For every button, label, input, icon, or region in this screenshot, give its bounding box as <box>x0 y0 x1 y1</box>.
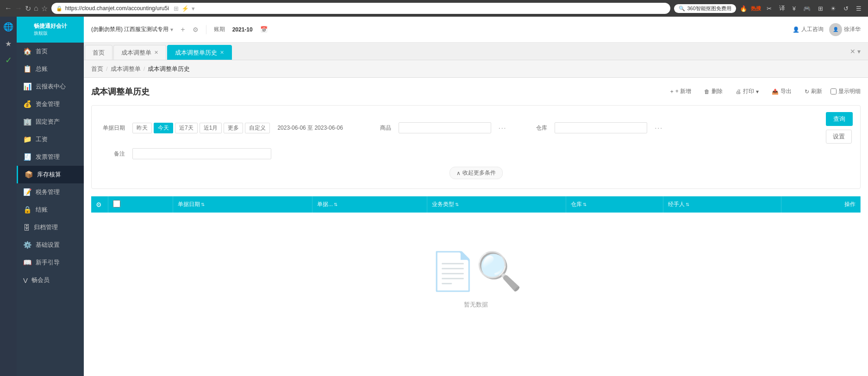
warehouse-dots[interactable]: ··· <box>655 124 663 132</box>
period-label: 账期 <box>214 25 225 33</box>
address-bar[interactable]: 🔒 https://cloud.chanjet.com/accounting/u… <box>51 3 671 14</box>
star-icon[interactable]: ☆ <box>41 4 48 13</box>
reload-icon[interactable]: ↻ <box>25 4 31 13</box>
th-biztype[interactable]: 业务类型 ⇅ <box>427 196 566 213</box>
page-title-bar: 成本调整单历史 + + 新增 🗑 删除 🖨 打印 ▾ <box>91 85 861 98</box>
sidebar-item-总账[interactable]: 📋总账 <box>17 60 84 78</box>
sidebar-icon-8: 📝 <box>23 188 32 196</box>
collapse-btn[interactable]: ∧ 收起更多条件 <box>450 167 503 179</box>
th-doc-label: 单据... <box>317 201 333 208</box>
sidebar-item-新手引导[interactable]: 📖新手引导 <box>17 254 84 271</box>
company-selector[interactable]: (勿删勿禁用) 江西服宝测试专用 ▾ <box>91 25 173 33</box>
home-icon[interactable]: ⌂ <box>34 4 38 13</box>
app-logo: 畅捷通好会计 旗舰版 <box>17 17 84 43</box>
th-doc[interactable]: 单据... ⇅ <box>312 196 427 213</box>
calendar-icon[interactable]: 📅 <box>260 26 268 33</box>
sidebar-item-税务管理[interactable]: 📝税务管理 <box>17 183 84 201</box>
brightness-icon[interactable]: ☀ <box>829 4 838 13</box>
game-icon[interactable]: 🎮 <box>801 4 812 13</box>
forward-icon[interactable]: → <box>15 4 22 13</box>
settings-icon[interactable]: ⚙ <box>193 26 199 33</box>
btn-today[interactable]: 今天 <box>154 123 173 133</box>
btn-custom[interactable]: 自定义 <box>245 123 270 133</box>
undo-icon[interactable]: ↺ <box>842 4 850 13</box>
display-cols-checkbox[interactable] <box>831 88 837 94</box>
sidebar-icon-9: 🔒 <box>23 206 32 214</box>
breadcrumb-home[interactable]: 首页 <box>91 65 103 73</box>
sort-handler-icon: ⇅ <box>686 202 689 207</box>
sidebar-item-归档管理[interactable]: 🗄归档管理 <box>17 219 84 236</box>
sidebar-item-库存核算[interactable]: 📦库存核算 <box>17 166 84 183</box>
btn-more[interactable]: 更多 <box>224 123 243 133</box>
print-btn[interactable]: 🖨 打印 ▾ <box>731 85 763 98</box>
search-label: 360智能抠图免费用 <box>687 5 731 12</box>
warehouse-input[interactable] <box>555 122 647 133</box>
print-dropdown-icon[interactable]: ▾ <box>756 88 759 95</box>
app-grid-icon[interactable]: ⊞ <box>174 5 179 12</box>
th-gear[interactable]: ⚙ <box>91 196 108 213</box>
th-actions: 操作 <box>781 196 860 213</box>
new-btn[interactable]: + + 新增 <box>666 85 696 98</box>
export-btn[interactable]: 📤 导出 <box>767 85 796 98</box>
btn-yesterday[interactable]: 昨天 <box>132 123 152 133</box>
breadcrumb-history: 成本调整单历史 <box>148 65 190 73</box>
icon-bar-item-green[interactable]: ✓ <box>0 52 17 69</box>
tab-成本调整单历史[interactable]: 成本调整单历史✕ <box>167 45 232 60</box>
breadcrumb-cost[interactable]: 成本调整单 <box>111 65 141 73</box>
remark-input[interactable] <box>132 148 271 159</box>
sidebar-label-2: 云报表中心 <box>36 82 66 91</box>
menu-icon[interactable]: ☰ <box>854 4 863 13</box>
product-dots[interactable]: ··· <box>499 124 507 132</box>
icon-bar-item-weibo[interactable]: 🌐 <box>0 19 17 35</box>
back-icon[interactable]: ← <box>5 4 12 13</box>
delete-btn[interactable]: 🗑 删除 <box>699 85 727 98</box>
wallet-icon[interactable]: ¥ <box>791 4 798 13</box>
gear-icon[interactable]: ⚙ <box>96 201 102 208</box>
search-box[interactable]: 🔍 360智能抠图免费用 <box>674 4 736 13</box>
sidebar-item-首页[interactable]: 🏠首页 <box>17 43 84 60</box>
display-cols-checkbox-label[interactable]: 显示明细 <box>831 88 861 95</box>
add-company-btn[interactable]: + <box>181 25 185 34</box>
th-checkbox[interactable] <box>108 196 173 213</box>
sidebar-label-1: 总账 <box>36 65 48 73</box>
btn-7days[interactable]: 近7天 <box>175 123 198 133</box>
sidebar-item-资金管理[interactable]: 💰资金管理 <box>17 95 84 113</box>
sidebar-item-畅会员[interactable]: V畅会员 <box>17 271 84 289</box>
btn-1month[interactable]: 近1月 <box>200 123 222 133</box>
support-btn[interactable]: 👤 人工咨询 <box>793 25 824 33</box>
sidebar-item-发票管理[interactable]: 🧾发票管理 <box>17 148 84 166</box>
tab-close-1[interactable]: ✕ <box>154 50 158 56</box>
browser-nav[interactable]: ← → ↻ ⌂ ☆ <box>5 4 48 13</box>
apps-icon[interactable]: ⊞ <box>816 4 825 13</box>
icon-bar-item-bookmark[interactable]: ★ <box>0 35 17 52</box>
product-input[interactable] <box>399 122 491 133</box>
sidebar-item-基础设置[interactable]: ⚙️基础设置 <box>17 236 84 254</box>
sidebar-item-固定资产[interactable]: 🏢固定资产 <box>17 113 84 131</box>
tab-close-2[interactable]: ✕ <box>220 50 224 56</box>
th-handler[interactable]: 经手人 ⇅ <box>663 196 781 213</box>
new-icon: + <box>670 88 674 95</box>
tab-成本调整单[interactable]: 成本调整单✕ <box>113 45 166 60</box>
user-btn[interactable]: 👤 徐泽华 <box>829 23 861 36</box>
dropdown-icon[interactable]: ▾ <box>192 5 195 12</box>
refresh-btn[interactable]: ↻ 刷新 <box>800 85 827 98</box>
sort-biztype-icon: ⇅ <box>455 202 459 207</box>
query-btn[interactable]: 查询 <box>826 112 853 126</box>
breadcrumb-sep1: / <box>106 65 108 72</box>
close-all-btn[interactable]: ✕ ▾ <box>850 43 861 60</box>
scissors-icon[interactable]: ✂ <box>765 4 774 13</box>
sidebar-item-云报表中心[interactable]: 📊云报表中心 <box>17 78 84 95</box>
sidebar-item-结账[interactable]: 🔒结账 <box>17 201 84 219</box>
fire-icon: 🔥 <box>740 5 747 12</box>
lightning-icon[interactable]: ⚡ <box>181 5 189 12</box>
th-date[interactable]: 单据日期 ⇅ <box>173 196 312 213</box>
settings-btn[interactable]: 设置 <box>826 130 852 144</box>
tab-首页[interactable]: 首页 <box>85 45 112 60</box>
tab-label-1: 成本调整单 <box>121 49 151 57</box>
sidebar-label-8: 税务管理 <box>36 188 60 196</box>
translate-icon[interactable]: 译 <box>777 3 787 13</box>
th-warehouse[interactable]: 仓库 ⇅ <box>566 196 663 213</box>
sidebar-item-工资[interactable]: 📁工资 <box>17 131 84 148</box>
filter-row-date: 单据日期 昨天 今天 近7天 近1月 更多 自定义 2023-06-06 至 2… <box>99 112 853 144</box>
select-all-checkbox[interactable] <box>113 200 120 207</box>
